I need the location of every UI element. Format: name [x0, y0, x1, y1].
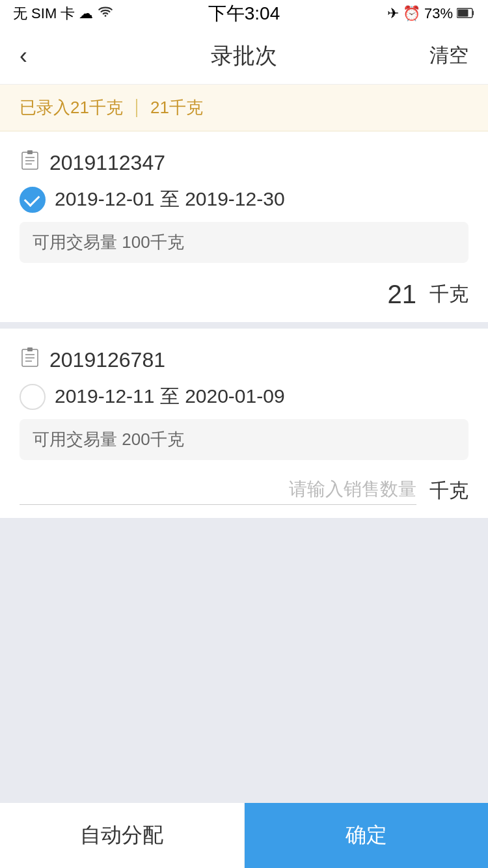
recorded-value: 21千克 [150, 96, 203, 119]
batch-2-available: 可用交易量 200千克 [20, 419, 468, 460]
no-sim-text: 无 SIM 卡 ☁ [13, 4, 93, 23]
status-right: ✈ ⏰ 73% [387, 5, 475, 22]
batch-1-date: 2019-12-01 至 2019-12-30 [55, 186, 285, 213]
info-divider [136, 99, 137, 117]
svg-rect-7 [27, 150, 33, 154]
footer: 自动分配 确定 [0, 803, 488, 868]
status-time: 下午3:04 [208, 1, 280, 26]
svg-rect-12 [27, 347, 33, 351]
alarm-icon: ⏰ [403, 5, 420, 22]
status-bar: 无 SIM 卡 ☁ 下午3:04 ✈ ⏰ 73% [0, 0, 488, 27]
batch-1-icon [20, 150, 40, 176]
batch-1-header: 2019112347 [0, 131, 488, 182]
batch-2-date-row[interactable]: 2019-12-11 至 2020-01-09 [0, 379, 488, 419]
batch-2-radio[interactable] [20, 384, 46, 410]
nav-bar: ‹ 录批次 清空 [0, 27, 488, 85]
batch-2-unit: 千克 [429, 478, 468, 504]
batch-2-amount-placeholder: 请输入销售数量 [20, 477, 416, 505]
batch-2-amount-row: 请输入销售数量 千克 [0, 470, 488, 518]
svg-point-0 [105, 15, 107, 17]
wifi-icon [98, 5, 113, 23]
page-title: 录批次 [211, 41, 277, 71]
battery-icon [457, 5, 475, 22]
batch-card-1: 2019112347 2019-12-01 至 2019-12-30 可用交易量… [0, 131, 488, 322]
status-left: 无 SIM 卡 ☁ [13, 4, 113, 23]
back-button[interactable]: ‹ [20, 42, 59, 70]
batch-1-radio[interactable] [20, 187, 46, 213]
confirm-button[interactable]: 确定 [245, 803, 489, 868]
batch-1-unit: 千克 [429, 281, 468, 308]
batch-2-icon [20, 347, 40, 373]
recorded-label: 已录入21千克 [20, 96, 123, 119]
batch-1-amount: 21 [388, 280, 417, 309]
bottom-area [0, 518, 488, 804]
divider-1 [0, 322, 488, 329]
batch-1-available: 可用交易量 100千克 [20, 222, 468, 263]
info-banner: 已录入21千克 21千克 [0, 85, 488, 131]
clear-button[interactable]: 清空 [429, 42, 468, 69]
svg-rect-2 [458, 10, 468, 17]
batch-1-date-row[interactable]: 2019-12-01 至 2019-12-30 [0, 182, 488, 222]
battery-percent: 73% [424, 5, 453, 22]
batch-2-date: 2019-12-11 至 2020-01-09 [55, 383, 285, 410]
batch-2-id: 2019126781 [49, 348, 165, 372]
auto-distribute-button[interactable]: 自动分配 [0, 803, 245, 868]
batch-card-2: 2019126781 2019-12-11 至 2020-01-09 可用交易量… [0, 329, 488, 518]
location-icon: ✈ [387, 5, 399, 22]
batch-1-amount-row: 21 千克 [0, 273, 488, 322]
batch-1-id: 2019112347 [49, 151, 165, 175]
batch-2-header: 2019126781 [0, 329, 488, 379]
